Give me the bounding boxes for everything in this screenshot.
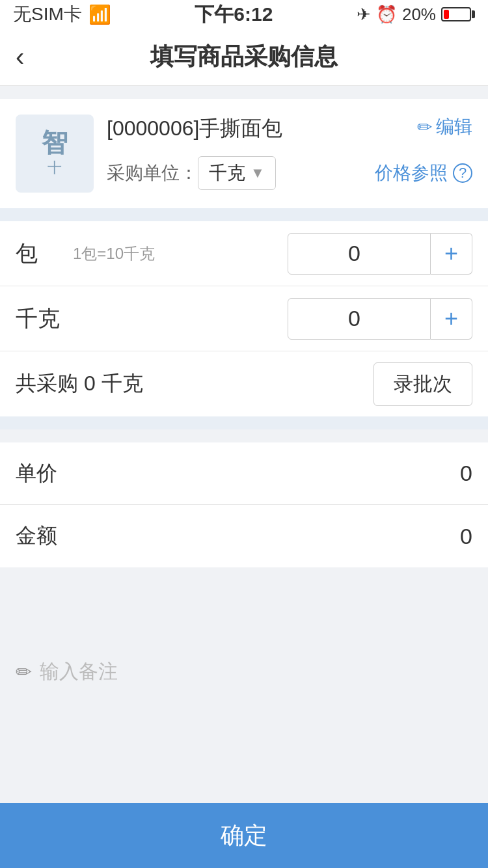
product-header: [0000006]手撕面包 ✏ 编辑 (107, 115, 472, 143)
kg-input-right: + (288, 298, 472, 340)
bag-input-section: 包 1包=10千克 + 千克 + 共采购 0 千克 录批次 (0, 221, 488, 416)
kg-plus-button[interactable]: + (431, 298, 472, 340)
product-logo-line1: 智 (42, 129, 68, 156)
unit-label: 采购单位： (107, 161, 198, 185)
divider-1 (0, 208, 488, 221)
price-reference-button[interactable]: 价格参照 ? (375, 161, 472, 185)
bag-plus-button[interactable]: + (431, 233, 472, 275)
status-left: 无SIM卡 📶 (13, 2, 111, 27)
edit-button[interactable]: ✏ 编辑 (417, 115, 472, 139)
nav-bar: ‹ 填写商品采购信息 (0, 29, 488, 86)
unit-select[interactable]: 千克 ▼ (198, 156, 276, 190)
wifi-icon: 📶 (88, 4, 111, 25)
remark-placeholder: 输入备注 (40, 658, 118, 685)
bag-sublabel: 1包=10千克 (73, 243, 288, 264)
unit-selector-group: 采购单位： 千克 ▼ (107, 156, 276, 190)
product-name: [0000006]手撕面包 (107, 115, 282, 143)
status-time: 下午6:12 (195, 1, 273, 28)
product-image: 智 十 (16, 115, 94, 193)
page-title: 填写商品采购信息 (150, 41, 338, 73)
bag-quantity-input[interactable] (288, 233, 431, 275)
unit-price-label: 单价 (16, 459, 57, 488)
unit-price-value: 0 (460, 461, 472, 486)
bag-label: 包 (16, 239, 68, 269)
status-bar: 无SIM卡 📶 下午6:12 ✈ ⏰ 20% (0, 0, 488, 29)
location-icon: ✈ (357, 5, 371, 25)
product-logo-line2: 十 (47, 158, 62, 178)
battery-icon (441, 7, 475, 21)
price-ref-label: 价格参照 (375, 161, 448, 185)
bag-input-right: + (288, 233, 472, 275)
price-section: 单价 0 金额 0 (0, 442, 488, 567)
amount-row: 金额 0 (0, 505, 488, 567)
confirm-label: 确定 (221, 820, 267, 852)
divider-2 (0, 416, 488, 429)
kg-label: 千克 (16, 304, 68, 334)
help-icon: ? (453, 163, 472, 183)
total-row: 共采购 0 千克 录批次 (0, 351, 488, 416)
kg-quantity-input[interactable] (288, 298, 431, 340)
total-text: 共采购 0 千克 (16, 370, 143, 398)
status-right: ✈ ⏰ 20% (357, 5, 475, 25)
back-button[interactable]: ‹ (16, 42, 24, 72)
product-card: 智 十 [0000006]手撕面包 ✏ 编辑 采购单位： 千克 ▼ 价格参照 ? (0, 99, 488, 208)
amount-value: 0 (460, 524, 472, 549)
unit-value: 千克 (209, 161, 245, 185)
amount-label: 金额 (16, 522, 57, 550)
product-info: [0000006]手撕面包 ✏ 编辑 采购单位： 千克 ▼ 价格参照 ? (107, 115, 472, 190)
edit-icon: ✏ (417, 116, 432, 138)
confirm-button[interactable]: 确定 (0, 803, 488, 868)
pencil-icon: ✏ (16, 660, 32, 683)
alarm-icon: ⏰ (376, 5, 397, 25)
unit-price-row: 单价 0 (0, 442, 488, 505)
product-unit-row: 采购单位： 千克 ▼ 价格参照 ? (107, 156, 472, 190)
carrier-text: 无SIM卡 (13, 2, 82, 27)
batch-button[interactable]: 录批次 (373, 362, 472, 406)
kg-input-row: 千克 + (0, 286, 488, 351)
unit-dropdown-arrow: ▼ (251, 165, 265, 182)
bag-input-row: 包 1包=10千克 + (0, 221, 488, 286)
edit-label: 编辑 (436, 115, 472, 139)
remark-section[interactable]: ✏ 输入备注 (0, 567, 488, 776)
battery-percent: 20% (402, 5, 436, 25)
